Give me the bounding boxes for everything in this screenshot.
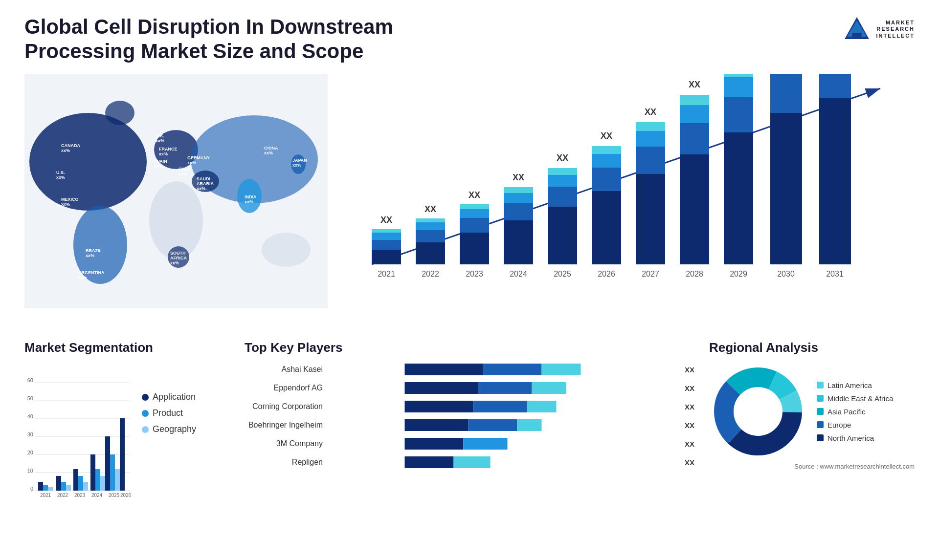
svg-rect-118 (73, 469, 78, 491)
svg-rect-40 (416, 242, 445, 264)
svg-text:10: 10 (27, 468, 33, 474)
middle-east-dot (817, 395, 824, 402)
svg-text:XX: XX (829, 74, 840, 75)
svg-text:0: 0 (30, 486, 33, 492)
product-dot (142, 410, 149, 417)
svg-rect-135 (541, 364, 581, 375)
seg-legend-product: Product (142, 408, 196, 418)
svg-rect-89 (770, 74, 802, 113)
svg-text:2025: 2025 (554, 270, 571, 278)
regional-legend: Latin America Middle East & Africa Asia … (817, 381, 893, 442)
svg-line-32 (372, 88, 880, 264)
svg-text:XX: XX (781, 74, 791, 75)
svg-rect-79 (680, 95, 709, 105)
svg-text:2024: 2024 (510, 270, 527, 278)
player-value-eppendorf: XX (685, 384, 694, 392)
player-name-boehringer: Boehringer Ingelheim (245, 421, 323, 430)
svg-rect-119 (78, 476, 83, 491)
map-section: CANADA xx% U.S. xx% MEXICO xx% BRAZIL xx… (24, 74, 328, 335)
latin-america-dot (817, 382, 824, 388)
svg-rect-48 (460, 209, 489, 218)
svg-rect-137 (478, 382, 532, 394)
legend-middle-east: Middle East & Africa (817, 394, 893, 403)
page-wrapper: Global Cell Disruption In Downstream Pro… (0, 0, 939, 560)
player-value-boehringer: XX (685, 421, 694, 430)
player-value-3m: XX (685, 440, 694, 448)
top-row: CANADA xx% U.S. xx% MEXICO xx% BRAZIL xx… (24, 74, 915, 335)
svg-rect-35 (372, 240, 401, 250)
svg-text:20: 20 (27, 450, 33, 455)
geography-label: Geography (153, 424, 196, 434)
svg-rect-145 (404, 438, 463, 450)
svg-text:2028: 2028 (686, 270, 703, 278)
bar-chart-svg: XX 2021 XX 2022 XX 2023 (342, 74, 900, 284)
seg-legend-application: Application (142, 392, 196, 402)
svg-rect-78 (680, 105, 709, 123)
svg-rect-64 (592, 191, 621, 264)
svg-text:2023: 2023 (74, 493, 86, 498)
svg-rect-122 (90, 454, 95, 491)
player-bar-corning (328, 400, 677, 413)
svg-rect-52 (504, 220, 533, 264)
svg-rect-147 (404, 456, 453, 468)
application-label: Application (153, 392, 196, 402)
regional-title: Regional Analysis (709, 340, 915, 355)
svg-rect-114 (56, 476, 61, 491)
svg-rect-143 (468, 419, 517, 431)
svg-text:40: 40 (27, 413, 33, 419)
player-row-3m: 3M Company XX (245, 437, 694, 451)
svg-rect-142 (404, 419, 468, 431)
middle-east-label: Middle East & Africa (827, 394, 893, 403)
svg-rect-139 (404, 401, 473, 412)
svg-rect-83 (724, 97, 753, 132)
svg-point-5 (105, 101, 134, 125)
brazil-label: BRAZIL (86, 248, 102, 253)
svg-rect-37 (372, 229, 401, 233)
legend-europe: Europe (817, 421, 893, 429)
svg-rect-120 (83, 482, 88, 491)
svg-rect-2 (852, 33, 862, 37)
svg-rect-126 (105, 436, 110, 491)
svg-rect-72 (636, 131, 665, 147)
svg-text:30: 30 (27, 431, 33, 437)
svg-text:xx%: xx% (159, 151, 168, 156)
svg-text:XX: XX (380, 215, 392, 225)
svg-text:xx%: xx% (179, 172, 187, 176)
svg-rect-49 (460, 204, 489, 209)
key-players-section: Top Key Players Ashai Kasei XX (230, 340, 709, 545)
legend-latin-america: Latin America (817, 381, 893, 389)
svg-text:2026: 2026 (120, 493, 132, 498)
svg-rect-42 (416, 222, 445, 230)
svg-rect-47 (460, 218, 489, 233)
svg-text:xx%: xx% (154, 164, 163, 169)
application-dot (142, 394, 149, 401)
svg-rect-148 (453, 456, 490, 468)
svg-text:XX: XX (513, 172, 524, 182)
player-bar-3m (328, 437, 677, 451)
svg-rect-77 (680, 123, 709, 154)
player-name-eppendorf: Eppendorf AG (245, 384, 323, 392)
segmentation-chart-svg: 0 10 20 30 40 50 60 (24, 363, 132, 499)
svg-text:2026: 2026 (598, 270, 615, 278)
player-row-ashai: Ashai Kasei XX (245, 363, 694, 376)
svg-text:2025: 2025 (109, 493, 120, 498)
canada-label: CANADA (61, 143, 80, 148)
india-label: INDIA (245, 194, 257, 199)
legend-north-america: North America (817, 434, 893, 442)
svg-text:50: 50 (27, 395, 33, 401)
spain-label: SPAIN (154, 159, 167, 164)
seg-legend-geography: Geography (142, 424, 196, 434)
japan-label: JAPAN (292, 158, 307, 163)
logo-area: MARKET RESEARCH INTELLECT (842, 15, 915, 44)
regional-section: Regional Analysis (709, 340, 915, 545)
header: Global Cell Disruption In Downstream Pro… (24, 15, 915, 64)
svg-rect-71 (636, 147, 665, 174)
asia-pacific-label: Asia Pacific (827, 408, 866, 416)
asia-pacific-dot (817, 408, 824, 415)
segmentation-section: Market Segmentation 0 10 20 30 40 50 60 (24, 340, 230, 545)
player-name-repligen: Repligen (245, 458, 323, 467)
svg-text:2027: 2027 (642, 270, 659, 278)
svg-rect-115 (61, 482, 66, 491)
svg-text:2022: 2022 (57, 493, 68, 498)
svg-rect-127 (110, 454, 115, 491)
